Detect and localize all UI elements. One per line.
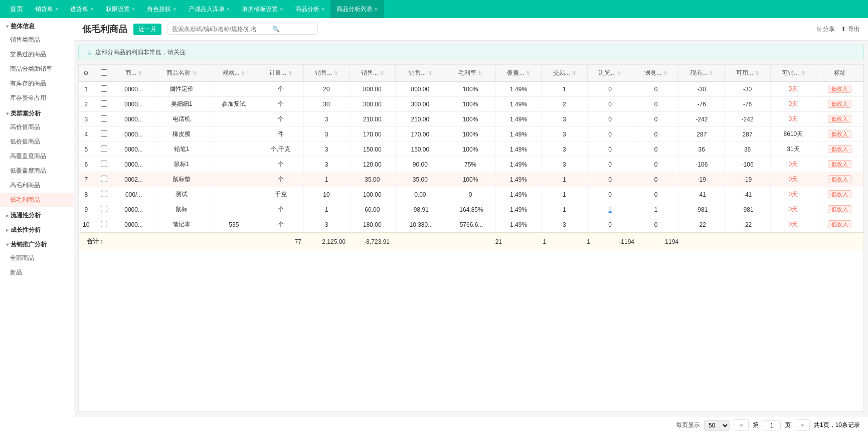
nav-item-product-entry[interactable]: 产成品入库单 ×	[183, 0, 236, 18]
search-icon[interactable]: 🔍	[272, 26, 280, 33]
cell-checkbox[interactable]	[94, 142, 114, 157]
row-checkbox[interactable]	[101, 176, 107, 182]
sidebar-item-stocked-goods[interactable]: 有库存的商品	[0, 76, 74, 91]
sidebar-group-marketing[interactable]: ▾ 营销推广分析	[0, 236, 74, 251]
views1-link[interactable]: 1	[608, 206, 612, 213]
nav-item-analysis[interactable]: 商品分析 ×	[289, 0, 330, 18]
sidebar-item-sales-goods[interactable]: 销售类商品	[0, 33, 74, 47]
nav-close-analysis-list[interactable]: ×	[375, 6, 378, 12]
row-checkbox[interactable]	[101, 191, 107, 197]
sidebar-group-liquidity[interactable]: ▸ 流通性分析	[0, 207, 74, 222]
th-available[interactable]: 可用... ⇅	[725, 65, 770, 82]
cell-checkbox[interactable]	[94, 187, 114, 202]
th-margin[interactable]: 毛利率 ⇅	[445, 65, 496, 82]
views1-value: 0	[608, 176, 612, 183]
export-button[interactable]: ⬆ 导出	[841, 25, 860, 34]
cell-checkbox[interactable]	[94, 97, 114, 112]
sidebar-item-low-value[interactable]: 低价值商品	[0, 134, 74, 149]
th-views2[interactable]: 浏览... ⇅	[633, 65, 678, 82]
sidebar-item-traded-goods[interactable]: 交易过的商品	[0, 47, 74, 62]
sidebar-item-all-goods[interactable]: 全部商品	[0, 251, 74, 265]
cell-views1: 0	[587, 127, 633, 142]
nav-item-template[interactable]: 单据模板设置 ×	[236, 0, 289, 18]
cell-views2: 0	[633, 157, 678, 172]
row-checkbox[interactable]	[101, 206, 107, 212]
sidebar-item-new-goods[interactable]: 新品	[0, 265, 74, 280]
sidebar-item-low-coverage[interactable]: 低覆盖度商品	[0, 164, 74, 178]
th-trade[interactable]: 交易... ⇅	[542, 65, 587, 82]
th-views1[interactable]: 浏览... ⇅	[587, 65, 633, 82]
cell-current-stock: -41	[679, 187, 725, 202]
sidebar-group-overview[interactable]: ▾ 整体信息	[0, 18, 74, 33]
nav-item-home[interactable]: 首页	[4, 0, 29, 18]
nav-close-roles[interactable]: ×	[173, 6, 176, 12]
sort-icon-margin: ⇅	[478, 70, 482, 76]
cell-no: 5	[79, 142, 94, 157]
sidebar-group-cluster[interactable]: ▾ 类群堂分析	[0, 105, 74, 120]
th-sales-profit[interactable]: 销售... ⇅	[395, 65, 445, 82]
th-current-stock[interactable]: 现有... ⇅	[679, 65, 725, 82]
th-settings[interactable]: ⚙	[79, 65, 94, 82]
sellable-value: 0天	[789, 161, 798, 168]
row-checkbox[interactable]	[101, 146, 107, 152]
cell-views1[interactable]: 1	[587, 202, 633, 217]
cell-checkbox[interactable]	[94, 157, 114, 172]
th-sales-amt[interactable]: 销售... ⇅	[350, 65, 395, 82]
cell-checkbox[interactable]	[94, 172, 114, 187]
sidebar-group-growth[interactable]: ▸ 成长性分析	[0, 222, 74, 236]
nav-item-roles[interactable]: 角色授权 ×	[141, 0, 182, 18]
th-sales-qty[interactable]: 销售... ⇅	[303, 65, 349, 82]
cell-checkbox[interactable]	[94, 112, 114, 127]
sidebar-item-category-rate[interactable]: 商品分类助销率	[0, 62, 74, 76]
alert-banner: ☆ 这部分商品的利润非常低，请关注	[78, 45, 864, 60]
sidebar-item-high-coverage[interactable]: 高覆盖度商品	[0, 149, 74, 164]
page-size-select[interactable]: 50 100 200	[704, 420, 730, 431]
cell-checkbox[interactable]	[94, 127, 114, 142]
row-checkbox[interactable]	[101, 221, 107, 227]
cell-available: -981	[725, 202, 770, 217]
th-unit[interactable]: 计量... ⇅	[258, 65, 303, 82]
table-row: 3 0000... 电话机 个 3 210.00 210.00 100% 1.4…	[79, 112, 863, 127]
sidebar-item-stock-capital[interactable]: 库存资金占用	[0, 91, 74, 105]
cell-checkbox[interactable]	[94, 217, 114, 232]
nav-close-permissions[interactable]: ×	[132, 6, 135, 12]
select-all-checkbox[interactable]	[101, 69, 107, 76]
sidebar-item-high-margin[interactable]: 高毛利商品	[0, 178, 74, 193]
filter-recent-month-button[interactable]: 近一月	[133, 24, 161, 35]
th-spec[interactable]: 规格... ⇅	[210, 65, 258, 82]
th-name[interactable]: 商品名称 ⇅	[153, 65, 210, 82]
cell-tag: 低收入	[816, 157, 863, 172]
cell-views2: 0	[633, 187, 678, 202]
th-coverage[interactable]: 覆盖... ⇅	[495, 65, 541, 82]
nav-item-purchase[interactable]: 进货单 ×	[64, 0, 99, 18]
row-checkbox[interactable]	[101, 130, 107, 137]
nav-close-template[interactable]: ×	[280, 6, 283, 12]
nav-item-analysis-list[interactable]: 商品分析列表 ×	[330, 0, 384, 18]
th-sellable[interactable]: 可销... ⇅	[770, 65, 816, 82]
nav-item-permissions[interactable]: 权限设置 ×	[100, 0, 141, 18]
page-number-input[interactable]	[763, 420, 781, 430]
nav-close-purchase[interactable]: ×	[90, 6, 93, 12]
cell-no: 10	[79, 217, 94, 232]
row-checkbox[interactable]	[101, 115, 107, 122]
nav-close-product-entry[interactable]: ×	[227, 6, 230, 12]
search-input[interactable]	[172, 26, 272, 33]
th-tag[interactable]: 标签	[816, 65, 863, 82]
prev-page-button[interactable]: ＜	[734, 419, 749, 431]
th-checkbox[interactable]	[94, 65, 114, 82]
th-code[interactable]: 商... ⇅	[114, 65, 153, 82]
nav-close-analysis[interactable]: ×	[321, 6, 324, 12]
sidebar-item-high-value[interactable]: 高价值商品	[0, 120, 74, 134]
nav-item-sales[interactable]: 销货单 ×	[29, 0, 64, 18]
row-checkbox[interactable]	[101, 161, 107, 167]
cell-name: 测试	[153, 187, 210, 202]
cell-checkbox[interactable]	[94, 82, 114, 97]
sidebar-item-low-margin[interactable]: 低毛利商品	[0, 193, 74, 207]
nav-close-sales[interactable]: ×	[55, 6, 58, 12]
row-checkbox[interactable]	[101, 85, 107, 92]
row-checkbox[interactable]	[101, 100, 107, 107]
cell-views2: 0	[633, 112, 678, 127]
next-page-button[interactable]: ＞	[795, 419, 810, 431]
cell-checkbox[interactable]	[94, 202, 114, 217]
share-button[interactable]: ⎘ 分享	[817, 25, 835, 34]
